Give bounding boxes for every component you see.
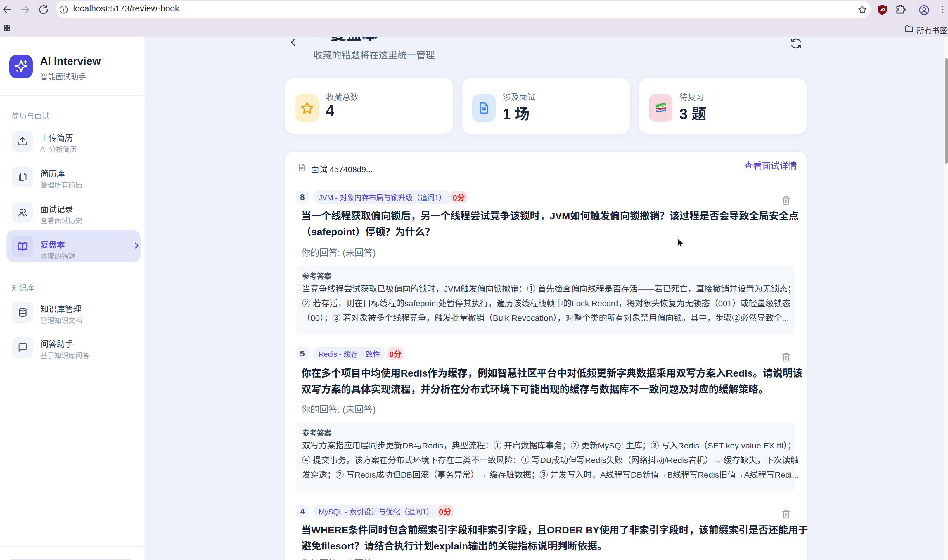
svg-text:uO: uO (880, 7, 885, 12)
